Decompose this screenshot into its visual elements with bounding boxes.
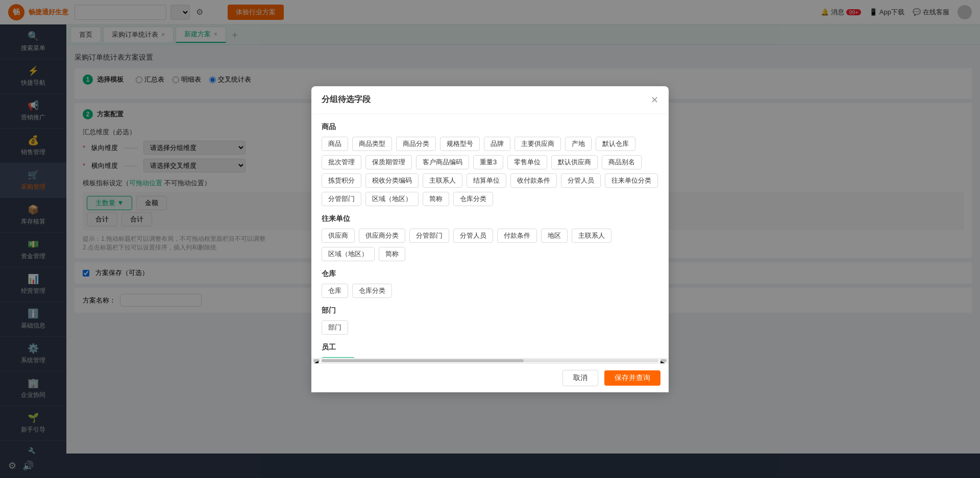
section-title-dept: 部门 <box>322 306 658 315</box>
field-partner-dept[interactable]: 分管部门 <box>409 229 449 243</box>
field-main-supplier[interactable]: 主要供应商 <box>514 137 561 151</box>
field-customer-code[interactable]: 客户商品编码 <box>416 155 469 169</box>
field-partner-contact[interactable]: 主联系人 <box>572 229 611 243</box>
modal-footer: 取消 保存并查询 <box>311 363 669 392</box>
section-title-partner: 往来单位 <box>322 214 658 223</box>
modal: 分组待选字段 ✕ 商品 商品 商品类型 商品分类 规格型号 品牌 主要供应商 产… <box>311 86 669 392</box>
field-grid-partner: 供应商 供应商分类 分管部门 分管人员 付款条件 地区 主联系人 区域（地区） … <box>322 229 658 261</box>
field-short-name-goods[interactable]: 简称 <box>423 192 449 206</box>
field-area[interactable]: 地区 <box>541 229 568 243</box>
field-dept-manager[interactable]: 分管人员 <box>561 173 601 188</box>
field-origin[interactable]: 产地 <box>565 137 592 151</box>
field-payment-terms[interactable]: 收付款条件 <box>510 173 557 188</box>
field-partner-manager[interactable]: 分管人员 <box>453 229 493 243</box>
section-title-goods: 商品 <box>322 122 658 132</box>
field-brand[interactable]: 品牌 <box>484 137 510 151</box>
cancel-button[interactable]: 取消 <box>562 370 598 386</box>
field-payment-condition[interactable]: 付款条件 <box>497 229 537 243</box>
field-warehouse-category-goods[interactable]: 仓库分类 <box>453 192 493 206</box>
field-goods-alias[interactable]: 商品别名 <box>602 155 642 169</box>
hscroll-left-arrow[interactable]: ◀ <box>313 359 320 362</box>
field-main-contact[interactable]: 主联系人 <box>423 173 462 188</box>
field-goods-category[interactable]: 商品分类 <box>396 137 436 151</box>
field-short-name-partner[interactable]: 简称 <box>379 247 405 261</box>
section-title-warehouse: 仓库 <box>322 269 658 279</box>
modal-title: 分组待选字段 <box>322 94 371 105</box>
field-retail-unit[interactable]: 零售单位 <box>507 155 547 169</box>
field-default-supplier[interactable]: 默认供应商 <box>551 155 598 169</box>
field-dept[interactable]: 部门 <box>322 320 348 335</box>
field-grid-warehouse: 仓库 仓库分类 <box>322 284 658 298</box>
field-managing-dept[interactable]: 分管部门 <box>322 192 361 206</box>
field-goods[interactable]: 商品 <box>322 137 348 151</box>
field-goods-type[interactable]: 商品类型 <box>352 137 392 151</box>
hscroll-right-arrow[interactable]: ▶ <box>660 359 667 362</box>
field-region-goods[interactable]: 区域（地区） <box>365 192 419 206</box>
modal-body[interactable]: 商品 商品 商品类型 商品分类 规格型号 品牌 主要供应商 产地 默认仓库 批次… <box>311 114 669 359</box>
field-partner-category[interactable]: 往来单位分类 <box>605 173 658 188</box>
field-tax-code[interactable]: 税收分类编码 <box>365 173 419 188</box>
field-grid-goods: 商品 商品类型 商品分类 规格型号 品牌 主要供应商 产地 默认仓库 批次管理 … <box>322 137 658 206</box>
field-warehouse[interactable]: 仓库 <box>322 284 348 298</box>
field-settlement-unit[interactable]: 结算单位 <box>467 173 506 188</box>
section-title-staff: 员工 <box>322 343 658 352</box>
field-spec-model[interactable]: 规格型号 <box>440 137 480 151</box>
field-batch-mgmt[interactable]: 批次管理 <box>322 155 361 169</box>
field-shelf-life[interactable]: 保质期管理 <box>365 155 412 169</box>
field-grid-dept: 部门 <box>322 320 658 335</box>
field-pick-points[interactable]: 拣货积分 <box>322 173 361 188</box>
field-default-warehouse[interactable]: 默认仓库 <box>596 137 635 151</box>
modal-close-button[interactable]: ✕ <box>651 94 658 106</box>
field-supplier-category[interactable]: 供应商分类 <box>359 229 405 243</box>
field-weight3[interactable]: 重量3 <box>473 155 503 169</box>
modal-overlay: 分组待选字段 ✕ 商品 商品 商品类型 商品分类 规格型号 品牌 主要供应商 产… <box>0 0 980 478</box>
field-region-partner[interactable]: 区域（地区） <box>322 247 375 261</box>
hscroll-thumb[interactable] <box>322 359 524 362</box>
modal-header: 分组待选字段 ✕ <box>311 86 669 114</box>
modal-horizontal-scrollbar[interactable]: ◀ ▶ <box>311 358 669 363</box>
field-warehouse-category[interactable]: 仓库分类 <box>352 284 392 298</box>
hscroll-track[interactable] <box>322 359 658 362</box>
field-supplier[interactable]: 供应商 <box>322 229 355 243</box>
save-button[interactable]: 保存并查询 <box>604 370 660 386</box>
